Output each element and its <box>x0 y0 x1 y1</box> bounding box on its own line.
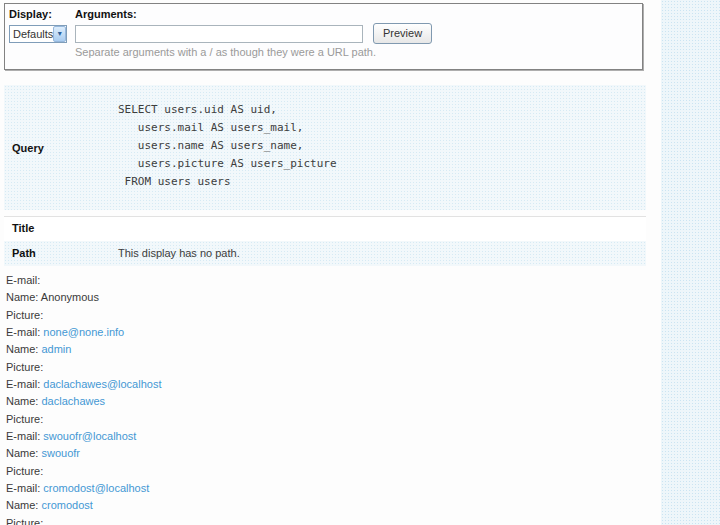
email-link[interactable]: none@none.info <box>43 326 124 338</box>
field-name: Name: cromodost <box>6 497 161 514</box>
picture-field-label: Picture: <box>6 465 43 477</box>
chevron-down-icon: ▾ <box>53 26 66 42</box>
email-field-label: E-mail: <box>6 378 40 390</box>
user-name-link[interactable]: daclachawes <box>41 395 105 407</box>
name-field-label: Name: <box>6 395 38 407</box>
arguments-label: Arguments: <box>75 8 137 20</box>
query-row: Query SELECT users.uid AS uid, users.mai… <box>4 85 646 210</box>
page-background-band <box>661 0 720 525</box>
user-name-link[interactable]: swouofr <box>41 447 80 459</box>
email-field-label: E-mail: <box>6 274 40 286</box>
path-value: This display has no path. <box>118 247 646 259</box>
email-link[interactable]: cromodost@localhost <box>43 482 149 494</box>
preview-button[interactable]: Preview <box>373 23 432 44</box>
field-picture: Picture: <box>6 463 161 480</box>
display-label: Display: <box>9 8 52 20</box>
name-field-label: Name: <box>6 499 38 511</box>
display-select-value: Defaults <box>13 28 53 40</box>
display-summary-table: Query SELECT users.uid AS uid, users.mai… <box>4 85 646 266</box>
query-value-cell: SELECT users.uid AS uid, users.mail AS u… <box>118 85 646 210</box>
email-link[interactable]: swouofr@localhost <box>43 430 136 442</box>
field-name: Name: admin <box>6 341 161 358</box>
user-name-link[interactable]: admin <box>41 343 71 355</box>
name-field-label: Name: <box>6 291 38 303</box>
email-field-label: E-mail: <box>6 326 40 338</box>
field-email: E-mail: none@none.info <box>6 324 161 341</box>
name-field-label: Name: <box>6 447 38 459</box>
picture-field-label: Picture: <box>6 413 43 425</box>
display-select[interactable]: Defaults ▾ <box>9 25 67 43</box>
picture-field-label: Picture: <box>6 517 43 525</box>
field-picture: Picture: <box>6 307 161 324</box>
field-email: E-mail: swouofr@localhost <box>6 428 161 445</box>
title-label: Title <box>4 222 118 234</box>
query-label: Query <box>4 85 118 210</box>
field-picture: Picture: <box>6 359 161 376</box>
query-sql: SELECT users.uid AS uid, users.mail AS u… <box>118 101 646 191</box>
path-label: Path <box>4 247 118 259</box>
email-link[interactable]: daclachawes@localhost <box>43 378 161 390</box>
field-name: Name: swouofr <box>6 445 161 462</box>
arguments-help-text: Separate arguments with a / as though th… <box>75 46 376 58</box>
preview-controls-panel: Display: Defaults ▾ Arguments: Preview S… <box>4 3 643 70</box>
field-email: E-mail: cromodost@localhost <box>6 480 161 497</box>
field-name: Name: daclachawes <box>6 393 161 410</box>
preview-results-list: E-mail: Name: Anonymous Picture: E-mail:… <box>6 272 161 525</box>
field-picture: Picture: <box>6 411 161 428</box>
field-picture: Picture: <box>6 515 161 525</box>
field-email: E-mail: daclachawes@localhost <box>6 376 161 393</box>
arguments-input[interactable] <box>75 25 363 43</box>
picture-field-label: Picture: <box>6 361 43 373</box>
user-name-link[interactable]: cromodost <box>41 499 92 511</box>
email-field-label: E-mail: <box>6 430 40 442</box>
name-field-label: Name: <box>6 343 38 355</box>
field-name: Name: Anonymous <box>6 289 161 306</box>
name-value: Anonymous <box>41 291 99 303</box>
title-row: Title <box>4 216 646 241</box>
picture-field-label: Picture: <box>6 309 43 321</box>
email-field-label: E-mail: <box>6 482 40 494</box>
path-row: Path This display has no path. <box>4 241 646 266</box>
field-email: E-mail: <box>6 272 161 289</box>
